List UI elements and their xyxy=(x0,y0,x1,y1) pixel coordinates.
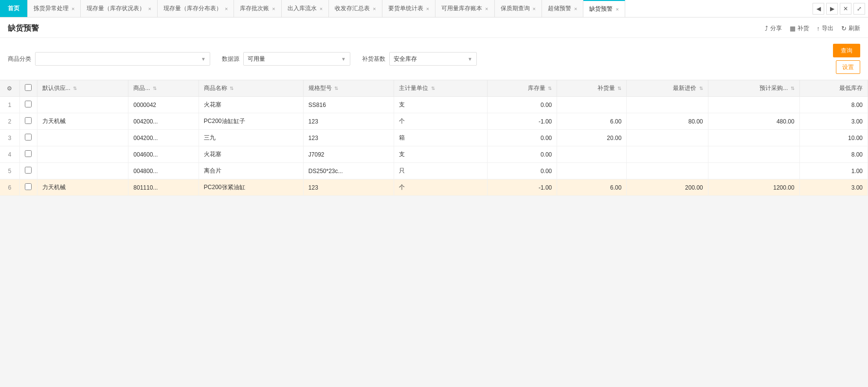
col-unit: 主计量单位 ⇅ xyxy=(394,80,488,97)
tab-overstock-close[interactable]: × xyxy=(574,6,577,12)
row-code-1: 0000042 xyxy=(128,97,199,113)
row-checkbox-input-3[interactable] xyxy=(25,134,32,141)
tab-order-stat-close[interactable]: × xyxy=(426,6,429,12)
est-purchase-sort-icon[interactable]: ⇅ xyxy=(791,86,795,91)
col-checkbox[interactable] xyxy=(19,80,37,97)
export-button[interactable]: ↑ 导出 xyxy=(817,24,834,33)
tab-inout[interactable]: 出入库流水 × xyxy=(282,0,329,17)
data-table: ⚙ 默认供应... ⇅ 商品... ⇅ 商品名称 ⇅ xyxy=(0,80,868,196)
filter-actions: 查询 设置 xyxy=(833,44,860,74)
replenish-base-select[interactable]: 安全库存 ▼ xyxy=(389,52,477,66)
stock-sort-icon[interactable]: ⇅ xyxy=(548,86,552,91)
tab-available[interactable]: 可用量库存账本 × xyxy=(435,0,494,17)
tab-expiry[interactable]: 保质期查询 × xyxy=(495,0,542,17)
row-latest-price-3 xyxy=(627,130,708,146)
row-supplier-5 xyxy=(37,163,128,179)
col-supplier-label: 默认供应... xyxy=(42,85,71,91)
row-replenish-1 xyxy=(557,97,627,113)
col-settings[interactable]: ⚙ xyxy=(0,80,19,97)
replenish-button[interactable]: ▦ 补货 xyxy=(790,24,809,33)
row-checkbox-input-5[interactable] xyxy=(25,167,32,174)
row-supplier-2: 力天机械 xyxy=(37,113,128,130)
tab-batch-close[interactable]: × xyxy=(272,6,275,12)
row-stock-2: -1.00 xyxy=(488,113,557,130)
query-button[interactable]: 查询 xyxy=(833,44,860,57)
spec-sort-icon[interactable]: ⇅ xyxy=(334,86,338,91)
replenish-label: 补货 xyxy=(797,24,809,33)
row-checkbox-input-1[interactable] xyxy=(25,101,32,107)
row-replenish-2: 6.00 xyxy=(557,113,627,130)
tab-home[interactable]: 首页 xyxy=(0,0,28,17)
name-sort-icon[interactable]: ⇅ xyxy=(230,86,234,91)
col-stock: 库存量 ⇅ xyxy=(488,80,557,97)
col-replenish-label: 补货量 xyxy=(597,85,615,91)
row-checkbox-input-4[interactable] xyxy=(25,150,32,157)
tab-overstock-label: 超储预警 xyxy=(548,4,571,13)
tab-abnormal[interactable]: 拣货异常处理 × xyxy=(28,0,81,17)
datasource-select[interactable]: 可用量 ▼ xyxy=(243,52,350,66)
tab-order-stat[interactable]: 要货单统计表 × xyxy=(382,0,435,17)
tab-prev-btn[interactable]: ◀ xyxy=(813,3,824,15)
tab-collect-close[interactable]: × xyxy=(373,6,376,12)
column-settings-icon[interactable]: ⚙ xyxy=(7,85,12,92)
tab-shortage-close[interactable]: × xyxy=(615,6,618,12)
row-num-6: 6 xyxy=(0,179,19,196)
tab-abnormal-close[interactable]: × xyxy=(72,6,74,12)
row-stock-5: 0.00 xyxy=(488,163,557,179)
category-select[interactable]: ▼ xyxy=(35,52,210,66)
tab-close-btn[interactable]: ✕ xyxy=(840,3,851,15)
tab-next-btn[interactable]: ▶ xyxy=(826,3,838,15)
refresh-button[interactable]: ↻ 刷新 xyxy=(841,24,860,33)
share-button[interactable]: ⤴ 分享 xyxy=(765,24,782,33)
tab-batch[interactable]: 库存批次账 × xyxy=(234,0,281,17)
tab-expand-btn[interactable]: ⤢ xyxy=(853,3,865,15)
row-latest-price-6: 200.00 xyxy=(627,179,708,196)
tab-stock-dist[interactable]: 现存量（库存分布表） × xyxy=(158,0,234,17)
col-min-stock-label: 最低库存 xyxy=(839,85,863,91)
latest-price-sort-icon[interactable]: ⇅ xyxy=(699,86,703,91)
row-replenish-5 xyxy=(557,163,627,179)
row-supplier-3 xyxy=(37,130,128,146)
row-checkbox-4[interactable] xyxy=(19,146,37,163)
row-min-stock-5: 1.00 xyxy=(799,163,868,179)
tab-stock-status-close[interactable]: × xyxy=(148,6,151,12)
select-all-checkbox[interactable] xyxy=(25,84,32,91)
tab-home-label: 首页 xyxy=(8,4,19,13)
tab-overstock[interactable]: 超储预警 × xyxy=(542,0,583,17)
row-checkbox-3[interactable] xyxy=(19,130,37,146)
row-checkbox-5[interactable] xyxy=(19,163,37,179)
tab-available-close[interactable]: × xyxy=(485,6,488,12)
row-checkbox-input-6[interactable] xyxy=(25,183,32,190)
code-sort-icon[interactable]: ⇅ xyxy=(153,86,157,91)
tab-abnormal-label: 拣货异常处理 xyxy=(34,4,69,13)
supplier-sort-icon[interactable]: ⇅ xyxy=(73,86,77,91)
tab-shortage[interactable]: 缺货预警 × xyxy=(583,0,625,17)
unit-sort-icon[interactable]: ⇅ xyxy=(431,86,435,91)
tab-expiry-close[interactable]: × xyxy=(533,6,536,12)
refresh-label: 刷新 xyxy=(849,24,860,33)
tab-bar: 首页 拣货异常处理 × 现存量（库存状况表） × 现存量（库存分布表） × 库存… xyxy=(0,0,868,18)
row-checkbox-1[interactable] xyxy=(19,97,37,113)
row-name-6: PC200张紧油缸 xyxy=(199,179,303,196)
replenish-sort-icon[interactable]: ⇅ xyxy=(617,86,621,91)
row-num-4: 4 xyxy=(0,146,19,163)
col-latest-price: 最新进价 ⇅ xyxy=(627,80,708,97)
tab-collect[interactable]: 收发存汇总表 × xyxy=(329,0,382,17)
tab-inout-close[interactable]: × xyxy=(320,6,323,12)
row-supplier-4 xyxy=(37,146,128,163)
row-checkbox-6[interactable] xyxy=(19,179,37,196)
tab-stock-status[interactable]: 现存量（库存状况表） × xyxy=(81,0,157,17)
settings-button[interactable]: 设置 xyxy=(836,60,860,74)
share-icon: ⤴ xyxy=(765,25,768,32)
row-unit-3: 箱 xyxy=(394,130,488,146)
row-checkbox-input-2[interactable] xyxy=(25,117,32,124)
row-spec-3: 123 xyxy=(303,130,394,146)
tab-stock-status-label: 现存量（库存状况表） xyxy=(87,4,145,13)
row-name-4: 火花塞 xyxy=(199,146,303,163)
row-est-purchase-3 xyxy=(708,130,799,146)
table-row: 3 004200... 三九 123 箱 0.00 20.00 10.00 xyxy=(0,130,868,146)
row-checkbox-2[interactable] xyxy=(19,113,37,130)
category-filter-group: 商品分类 ▼ xyxy=(8,52,210,66)
tab-stock-dist-close[interactable]: × xyxy=(225,6,228,12)
row-unit-6: 个 xyxy=(394,179,488,196)
